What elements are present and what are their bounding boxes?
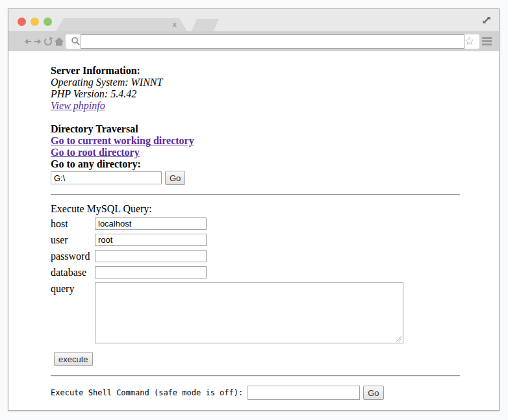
directory-go-button[interactable]: Go [165,171,185,185]
shell-command-input[interactable] [248,386,360,400]
forward-icon[interactable] [33,37,42,46]
host-label: host [51,217,95,230]
directory-traversal-heading: Directory Traversal [51,123,460,135]
shell-command-label: Execute Shell Command (safe mode is off)… [51,388,243,397]
home-icon[interactable] [54,36,64,47]
query-label: query [51,282,95,295]
fullscreen-icon[interactable] [481,14,492,26]
mysql-query-section: Execute MySQL Query: host user password … [51,203,460,366]
browser-toolbar: ☆ [8,31,499,51]
new-tab-button[interactable] [192,19,219,31]
query-textarea[interactable] [95,282,403,343]
bookmark-star-icon[interactable]: ☆ [464,36,474,47]
execute-button[interactable]: execute [54,352,93,366]
mysql-query-heading: Execute MySQL Query: [51,203,460,215]
refresh-icon[interactable] [43,36,53,47]
cwd-link[interactable]: Go to current working directory [51,135,194,146]
close-window-button[interactable] [18,18,26,26]
minimize-window-button[interactable] [31,18,39,26]
shell-command-section: Execute Shell Command (safe mode is off)… [51,386,460,400]
divider [51,375,460,377]
address-bar-input[interactable] [81,34,464,49]
search-icon [71,36,81,46]
browser-window: x [8,8,500,411]
address-bar[interactable]: ☆ [66,34,479,49]
operating-system-line: Operating System: WINNT [51,77,460,88]
user-label: user [51,234,95,246]
database-label: database [51,266,95,278]
back-icon[interactable] [23,37,32,46]
page-viewport: Server Information: Operating System: WI… [8,51,499,410]
menu-icon[interactable] [482,37,492,45]
zoom-window-button[interactable] [44,18,52,26]
tab-close-icon[interactable]: x [173,19,177,31]
php-version-line: PHP Version: 5.4.42 [51,88,460,100]
tab-strip: x [8,9,499,31]
directory-traversal-section: Directory Traversal Go to current workin… [51,123,460,185]
view-phpinfo-link[interactable]: View phpinfo [51,100,105,111]
root-directory-link[interactable]: Go to root directory [51,147,140,158]
password-input[interactable] [95,250,207,262]
browser-tab[interactable]: x [56,18,187,31]
divider [51,194,460,195]
directory-path-input[interactable] [51,171,162,184]
password-label: password [51,250,95,262]
host-input[interactable] [95,217,207,230]
server-information-heading: Server Information: [51,65,460,77]
database-input[interactable] [95,266,207,278]
any-directory-label: Go to any directory: [51,158,460,170]
shell-go-button[interactable]: Go [363,386,383,400]
user-input[interactable] [95,234,207,246]
server-information-section: Server Information: Operating System: WI… [51,65,460,112]
